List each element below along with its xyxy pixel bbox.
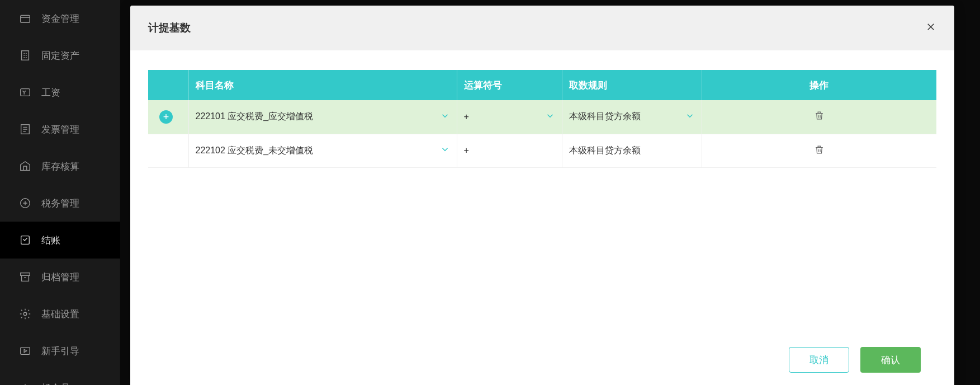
cancel-label: 取消: [809, 354, 828, 367]
rule-value: 本级科目贷方余额: [569, 111, 641, 123]
operator-value: +: [464, 145, 469, 156]
cell-rule: 本级科目贷方余额: [562, 134, 702, 167]
svg-rect-6: [21, 273, 30, 276]
modal-footer: 取消 确认: [130, 335, 954, 385]
sidebar-item-inventory[interactable]: 库存核算: [0, 148, 120, 185]
delete-row-button[interactable]: [814, 144, 825, 157]
sidebar: 资金管理 固定资产 工资 发票管理 库存核算 税务管理 结账: [0, 0, 120, 385]
rule-value: 本级科目贷方余额: [569, 145, 641, 157]
wallet-icon: [19, 12, 31, 25]
vip-icon: [19, 382, 31, 385]
plus-icon: +: [163, 112, 169, 122]
sidebar-item-label: 基础设置: [41, 308, 79, 321]
th-rule: 取数规则: [562, 70, 702, 100]
trash-icon: [814, 144, 825, 157]
cell-rule: 本级科目贷方余额: [562, 100, 702, 134]
sidebar-item-label: 税务管理: [41, 197, 79, 210]
operator-value: +: [464, 112, 469, 122]
th-subject: 科目名称: [188, 70, 457, 100]
inventory-icon: [19, 160, 31, 172]
archive-icon: [19, 271, 31, 283]
svg-point-7: [23, 312, 27, 316]
modal-body: 科目名称 运算符号 取数规则 操作 + 222101 应交税费_应交增值税: [130, 50, 954, 335]
add-row-button[interactable]: +: [159, 110, 173, 124]
sidebar-item-label: 新手引导: [41, 345, 79, 358]
sidebar-item-settings[interactable]: 基础设置: [0, 295, 120, 332]
payroll-icon: [19, 86, 31, 98]
accrual-table: 科目名称 运算符号 取数规则 操作 + 222101 应交税费_应交增值税: [148, 70, 936, 168]
chevron-down-icon: [440, 144, 450, 157]
settings-icon: [19, 308, 31, 320]
close-icon: [926, 22, 936, 34]
invoice-icon: [19, 123, 31, 135]
sidebar-item-label: 发票管理: [41, 123, 79, 136]
sidebar-item-archive[interactable]: 归档管理: [0, 259, 120, 295]
operator-select[interactable]: +: [464, 111, 555, 123]
close-button[interactable]: [924, 21, 938, 35]
sidebar-item-guide[interactable]: 新手引导: [0, 332, 120, 369]
th-add: [148, 70, 188, 100]
subject-select[interactable]: 222102 应交税费_未交增值税: [196, 144, 450, 157]
rule-select[interactable]: 本级科目贷方余额: [569, 145, 695, 157]
th-operator: 运算符号: [457, 70, 562, 100]
tax-icon: [19, 197, 31, 209]
svg-rect-1: [22, 51, 29, 60]
close-book-icon: [19, 234, 31, 246]
sidebar-item-assets[interactable]: 固定资产: [0, 37, 120, 74]
confirm-label: 确认: [881, 354, 900, 367]
delete-row-button[interactable]: [814, 110, 825, 123]
operator-select[interactable]: +: [464, 145, 555, 156]
modal-title: 计提基数: [148, 21, 191, 35]
cancel-button[interactable]: 取消: [789, 347, 849, 373]
svg-rect-0: [21, 16, 30, 23]
sidebar-item-invoice[interactable]: 发票管理: [0, 111, 120, 148]
cell-action: [702, 134, 936, 167]
sidebar-item-label: 归档管理: [41, 271, 79, 284]
sidebar-item-funds[interactable]: 资金管理: [0, 0, 120, 37]
sidebar-item-vip[interactable]: 畅会员: [0, 369, 120, 385]
sidebar-item-label: 工资: [41, 86, 60, 99]
th-action: 操作: [702, 70, 936, 100]
sidebar-item-label: 资金管理: [41, 12, 79, 25]
svg-rect-8: [21, 348, 30, 355]
chevron-down-icon: [685, 111, 695, 123]
table-row: 222102 应交税费_未交增值税 + 本级科目贷方余额: [148, 134, 936, 167]
modal-dialog: 计提基数 科目名称 运算符号 取数规则 操作: [130, 6, 954, 385]
rule-select[interactable]: 本级科目贷方余额: [569, 111, 695, 123]
svg-rect-2: [21, 89, 30, 96]
sidebar-item-salary[interactable]: 工资: [0, 74, 120, 111]
modal-header: 计提基数: [130, 6, 954, 50]
subject-value: 222101 应交税费_应交增值税: [196, 111, 314, 123]
cell-action: [702, 100, 936, 134]
confirm-button[interactable]: 确认: [860, 347, 921, 373]
cell-add: +: [148, 100, 188, 134]
cell-operator: +: [457, 100, 562, 134]
cell-subject: 222101 应交税费_应交增值税: [188, 100, 457, 134]
sidebar-item-closebook[interactable]: 结账: [0, 222, 120, 259]
sidebar-item-label: 结账: [41, 234, 60, 247]
building-icon: [19, 49, 31, 62]
subject-value: 222102 应交税费_未交增值税: [196, 145, 314, 157]
table-row: + 222101 应交税费_应交增值税 +: [148, 100, 936, 134]
sidebar-item-label: 库存核算: [41, 160, 79, 173]
subject-select[interactable]: 222101 应交税费_应交增值税: [196, 111, 450, 123]
sidebar-item-label: 畅会员: [41, 382, 70, 386]
cell-operator: +: [457, 134, 562, 167]
sidebar-item-label: 固定资产: [41, 49, 79, 62]
sidebar-item-tax[interactable]: 税务管理: [0, 185, 120, 222]
chevron-down-icon: [440, 111, 450, 123]
trash-icon: [814, 110, 825, 123]
guide-icon: [19, 345, 31, 357]
cell-add: [148, 134, 188, 167]
chevron-down-icon: [545, 111, 555, 123]
cell-subject: 222102 应交税费_未交增值税: [188, 134, 457, 167]
